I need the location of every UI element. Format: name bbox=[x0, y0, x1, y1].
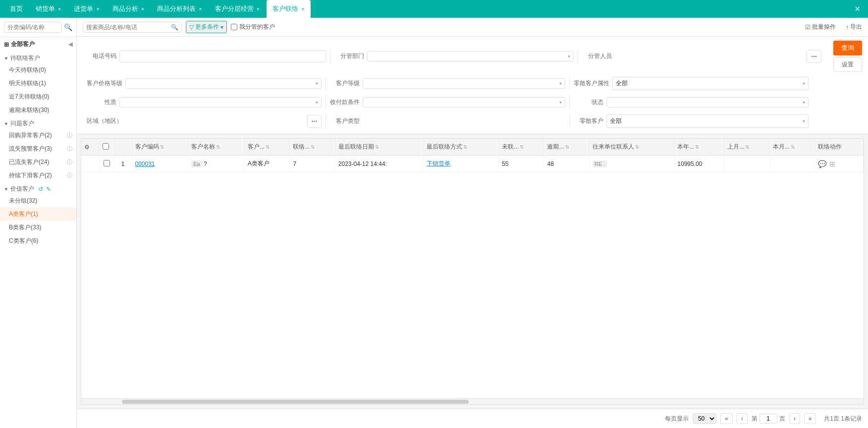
row-check-cell[interactable] bbox=[99, 156, 114, 172]
close-all-tabs-button[interactable]: × bbox=[851, 4, 864, 14]
filter-dept-select[interactable] bbox=[367, 51, 574, 61]
sidebar-item-tomorrow[interactable]: 明天待联络(1) bbox=[0, 77, 76, 90]
close-analysis-icon[interactable]: × bbox=[141, 6, 144, 12]
pagination: 每页显示 50 « ‹ 第 页 › » 共1页 1条记录 bbox=[77, 409, 868, 428]
filter-search-icon[interactable]: 🔍 bbox=[171, 24, 178, 31]
sidebar-search-icon[interactable]: 🔍 bbox=[64, 23, 72, 31]
my-customers-checkbox[interactable] bbox=[231, 24, 237, 30]
filter-person-dots-button[interactable]: ··· bbox=[807, 50, 821, 63]
close-segment-icon[interactable]: × bbox=[257, 6, 260, 12]
sidebar-item-ungrouped[interactable]: 未分组(32) bbox=[0, 194, 76, 208]
filter-cust-type-field: 客户类型 bbox=[326, 115, 569, 127]
filter-region-dots-button[interactable]: ··· bbox=[307, 115, 322, 128]
first-page-button[interactable]: « bbox=[720, 413, 733, 424]
tri-icon-value: ▼ bbox=[4, 187, 8, 192]
sort-name-icon: ⇅ bbox=[216, 144, 220, 150]
col-name[interactable]: 客户名称 ⇅ bbox=[188, 139, 245, 156]
col-this-month[interactable]: 本月... ⇅ bbox=[769, 139, 814, 156]
col-gear[interactable]: ⚙ bbox=[81, 139, 99, 156]
close-purchase-icon[interactable]: × bbox=[96, 6, 99, 12]
row-code-cell[interactable]: 000031 bbox=[132, 156, 188, 172]
nav-tab-analysis-list[interactable]: 商品分析列表 × bbox=[151, 0, 208, 18]
col-check[interactable] bbox=[99, 139, 114, 156]
sort-last-month-icon: ⇅ bbox=[745, 144, 749, 150]
nav-tab-analysis[interactable]: 商品分析 × bbox=[107, 0, 150, 18]
col-this-year[interactable]: 本年... ⇅ bbox=[674, 139, 724, 156]
sidebar-item-c-class[interactable]: C类客户(6) bbox=[0, 234, 76, 248]
filter-payment-select[interactable] bbox=[363, 97, 565, 107]
my-customers-checkbox-label[interactable]: 我分管的客户 bbox=[231, 23, 275, 31]
filter-cust-grade-select[interactable] bbox=[363, 78, 565, 89]
filter-sparse-cust-select[interactable]: 全部 bbox=[606, 114, 809, 128]
row-checkbox[interactable] bbox=[104, 160, 110, 166]
filter-search-box[interactable]: 🔍 bbox=[83, 22, 182, 33]
filter-sparse-attr-select[interactable]: 全部 bbox=[612, 77, 809, 90]
sidebar-group-value[interactable]: ▼ 价值客户 ↺ ✎ bbox=[0, 182, 76, 194]
horizontal-scrollbar[interactable] bbox=[81, 398, 864, 404]
sidebar-group-problem[interactable]: ▼ 问题客户 bbox=[0, 117, 76, 129]
col-code[interactable]: 客户编码 ⇅ bbox=[132, 139, 188, 156]
sidebar-item-repurchase-abnormal[interactable]: 回购异常客户(2)ⓘ bbox=[0, 129, 76, 142]
sidebar-item-a-class[interactable]: A类客户(1) bbox=[0, 208, 76, 221]
sidebar-item-declining[interactable]: 持续下滑客户(2)ⓘ bbox=[0, 169, 76, 182]
col-last-way[interactable]: 最后联络方式 ⇅ bbox=[423, 139, 498, 156]
sidebar-group-pending[interactable]: ▼ 待联络客户 bbox=[0, 52, 76, 63]
action-icons-group: 💬 ⊞ bbox=[818, 160, 860, 168]
edit-group-icon[interactable]: ✎ bbox=[46, 186, 51, 193]
prev-page-button[interactable]: ‹ bbox=[737, 413, 748, 424]
sidebar-item-churned[interactable]: 已流失客户(24)ⓘ bbox=[0, 156, 76, 169]
query-button[interactable]: 查询 bbox=[833, 41, 862, 55]
batch-op-icon: ☑ bbox=[805, 24, 811, 31]
page-size-select[interactable]: 50 bbox=[693, 413, 716, 424]
col-no-contact[interactable]: 未联... ⇅ bbox=[499, 139, 544, 156]
setting-button[interactable]: 设置 bbox=[833, 57, 862, 72]
filter-sparse-attr-arrow bbox=[803, 81, 805, 86]
filter-search-input[interactable] bbox=[86, 24, 169, 31]
nav-tab-purchase[interactable]: 进货单 × bbox=[68, 0, 105, 18]
page-number-input[interactable] bbox=[760, 414, 777, 424]
close-analysis-list-icon[interactable]: × bbox=[199, 6, 202, 12]
chat-action-icon[interactable]: 💬 bbox=[818, 160, 826, 168]
nav-tab-home[interactable]: 首页 bbox=[4, 0, 29, 18]
col-overdue[interactable]: 逾期... ⇅ bbox=[544, 139, 589, 156]
filter-cust-grade-field: 客户等级 bbox=[326, 76, 569, 91]
sidebar-search-input[interactable] bbox=[4, 22, 62, 33]
filter-phone-input[interactable] bbox=[119, 51, 326, 62]
last-page-button[interactable]: » bbox=[804, 413, 816, 424]
last-way-link[interactable]: 下销货单 bbox=[427, 160, 450, 167]
nav-tab-customer-contact[interactable]: 客户联络 × bbox=[267, 0, 310, 18]
filter-status-select[interactable] bbox=[606, 97, 809, 107]
next-page-button[interactable]: › bbox=[789, 413, 800, 424]
sidebar-item-churn-warning[interactable]: 流失预警客户(3)ⓘ bbox=[0, 142, 76, 156]
col-last-month[interactable]: 上月... ⇅ bbox=[724, 139, 769, 156]
col-contact2[interactable]: 往来单位联系人 ⇅ bbox=[589, 139, 674, 156]
col-contact[interactable]: 联络... ⇅ bbox=[290, 139, 335, 156]
row-last-way-cell[interactable]: 下销货单 bbox=[423, 156, 498, 172]
customer-code-link[interactable]: 000031 bbox=[135, 160, 155, 167]
page-info: 第 页 bbox=[752, 414, 785, 424]
filter-nature-label: 性质 bbox=[87, 98, 116, 107]
sidebar-item-overdue[interactable]: 逾期未联络(30) bbox=[0, 104, 76, 117]
more-filters-button[interactable]: ▽ 更多条件 ▾ bbox=[186, 21, 227, 33]
sidebar-item-b-class[interactable]: B类客户(33) bbox=[0, 221, 76, 234]
filter-nature-select[interactable] bbox=[119, 97, 322, 107]
batch-op-button[interactable]: ☑ 批量操作 bbox=[805, 23, 836, 31]
gear-icon[interactable]: ⚙ bbox=[84, 144, 90, 151]
more-action-icon[interactable]: ⊞ bbox=[829, 160, 835, 168]
export-button[interactable]: ↑ 导出 bbox=[846, 23, 862, 31]
col-grade[interactable]: 客户... ⇅ bbox=[245, 139, 290, 156]
sidebar-item-today[interactable]: 今天待联络(0) bbox=[0, 63, 76, 77]
sidebar-collapse-icon[interactable]: ◀ bbox=[68, 41, 72, 48]
sidebar-all-customers[interactable]: ⊞ 全部客户 ◀ bbox=[0, 37, 76, 52]
row-this-year-cell: 10995.00 bbox=[674, 156, 724, 172]
close-contact-icon[interactable]: × bbox=[301, 6, 304, 12]
sidebar-item-7days[interactable]: 近7天待联络(0) bbox=[0, 90, 76, 104]
add-group-icon[interactable]: ↺ bbox=[38, 186, 43, 193]
scroll-thumb[interactable] bbox=[122, 400, 469, 404]
nav-tab-sales[interactable]: 销货单 × bbox=[30, 0, 67, 18]
select-all-checkbox[interactable] bbox=[103, 143, 109, 150]
close-sales-icon[interactable]: × bbox=[58, 6, 61, 12]
filter-price-grade-select[interactable] bbox=[125, 78, 322, 89]
col-last-date[interactable]: 最后联络日期 ⇅ bbox=[335, 139, 423, 156]
nav-tab-customer-segment[interactable]: 客户分层经营 × bbox=[209, 0, 266, 18]
